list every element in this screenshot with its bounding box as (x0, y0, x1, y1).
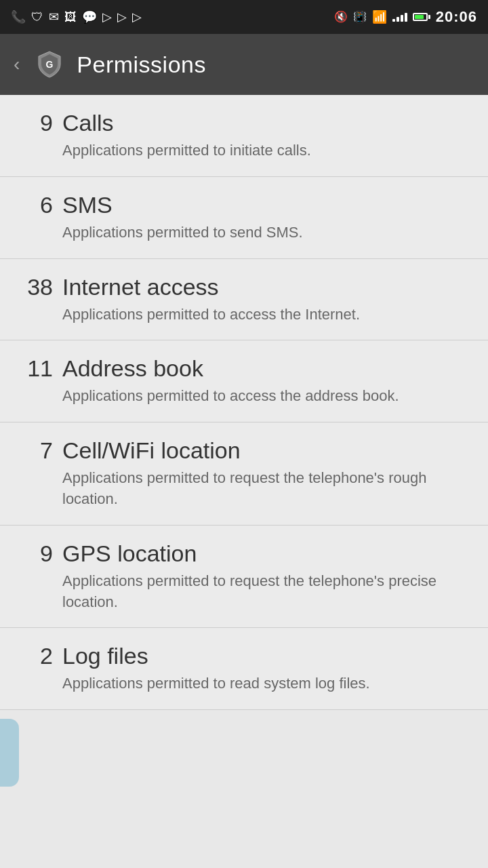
permission-name: Address book (62, 355, 203, 382)
permission-description: Applications permitted to initiate calls… (62, 140, 469, 161)
svg-text:G: G (46, 59, 54, 70)
permission-description: Applications permitted to request the te… (62, 571, 469, 613)
signal-icon (392, 13, 407, 22)
permission-name: Log files (62, 643, 148, 669)
permission-item[interactable]: 11 Address book Applications permitted t… (0, 340, 488, 422)
permission-count: 9 (19, 540, 53, 567)
play-icon: ▷ (102, 11, 112, 23)
status-icons-left: 📞 🛡 ✉ 🖼 💬 ▷ ▷ ▷ (11, 11, 142, 23)
mail-icon: ✉ (49, 11, 59, 23)
permission-description: Applications permitted to request the te… (62, 468, 469, 510)
play2-icon: ▷ (117, 11, 127, 23)
app-shield-icon: G (33, 48, 66, 81)
chat-icon: 💬 (82, 11, 97, 23)
vibrate-icon: 📳 (353, 12, 367, 22)
page-title: Permissions (77, 52, 206, 78)
permission-header: 9 Calls (19, 110, 469, 136)
permission-description: Applications permitted to access the Int… (62, 304, 469, 326)
permission-name: GPS location (62, 540, 197, 567)
scroll-handle[interactable] (0, 719, 19, 787)
image-icon: 🖼 (64, 11, 77, 23)
back-button[interactable]: ‹ (14, 54, 20, 75)
permission-count: 9 (19, 110, 53, 136)
battery-icon (413, 13, 430, 21)
permission-item[interactable]: 9 GPS location Applications permitted to… (0, 526, 488, 629)
permission-header: 6 SMS (19, 192, 469, 218)
permission-description: Applications permitted to read system lo… (62, 673, 469, 694)
permission-item[interactable]: 6 SMS Applications permitted to send SMS… (0, 177, 488, 259)
permission-header: 38 Internet access (19, 274, 469, 300)
phone-icon: 📞 (11, 11, 26, 23)
permission-count: 6 (19, 192, 53, 218)
top-app-bar: ‹ G Permissions (0, 34, 488, 95)
permission-header: 9 GPS location (19, 540, 469, 567)
permission-name: Cell/WiFi location (62, 437, 241, 464)
status-icons-right: 🔇 📳 📶 20:06 (334, 8, 477, 26)
play3-icon: ▷ (132, 11, 142, 23)
permission-header: 7 Cell/WiFi location (19, 437, 469, 464)
permission-name: Calls (62, 110, 114, 136)
permission-header: 2 Log files (19, 643, 469, 669)
permission-description: Applications permitted to access the add… (62, 386, 469, 407)
permission-count: 11 (19, 355, 53, 382)
permission-item[interactable]: 7 Cell/WiFi location Applications permit… (0, 422, 488, 526)
wifi-icon: 📶 (372, 11, 387, 23)
permission-item[interactable]: 2 Log files Applications permitted to re… (0, 628, 488, 710)
permission-name: Internet access (62, 274, 219, 300)
permission-item[interactable]: 38 Internet access Applications permitte… (0, 259, 488, 341)
permission-count: 2 (19, 643, 53, 669)
permission-count: 7 (19, 437, 53, 464)
permission-header: 11 Address book (19, 355, 469, 382)
permissions-list: 9 Calls Applications permitted to initia… (0, 95, 488, 710)
mute-icon: 🔇 (334, 12, 348, 22)
status-bar: 📞 🛡 ✉ 🖼 💬 ▷ ▷ ▷ 🔇 📳 📶 20:06 (0, 0, 488, 34)
guard-icon: 🛡 (31, 11, 43, 23)
status-time: 20:06 (436, 8, 477, 26)
permission-name: SMS (62, 192, 113, 218)
permission-count: 38 (19, 274, 53, 300)
permission-item[interactable]: 9 Calls Applications permitted to initia… (0, 95, 488, 177)
permission-description: Applications permitted to send SMS. (62, 222, 469, 243)
